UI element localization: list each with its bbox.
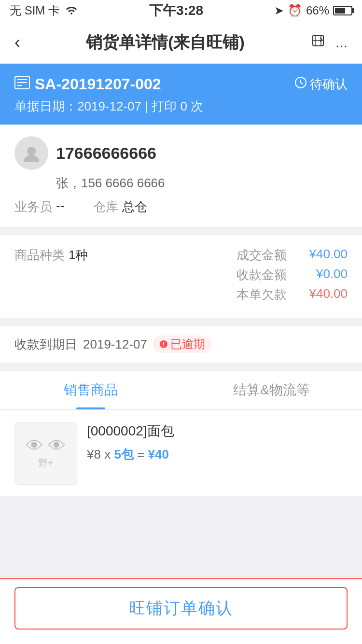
warehouse-label: 仓库 bbox=[93, 198, 118, 215]
due-date-label: 收款到期日 bbox=[14, 336, 77, 353]
customer-meta: 业务员 -- 仓库 总仓 bbox=[14, 198, 348, 215]
summary-section: 商品种类 1种 成交金额 ¥40.00 收款金额 ¥0.00 本单欠款 ¥40.… bbox=[0, 235, 362, 318]
product-info: [0000002]面包 ¥8 x 5包 = ¥40 bbox=[87, 422, 348, 463]
amounts-section: 成交金额 ¥40.00 收款金额 ¥0.00 本单欠款 ¥40.00 bbox=[237, 247, 348, 306]
status-bar: 无 SIM 卡 下午3:28 ➤ ⏰ 66% bbox=[0, 0, 362, 21]
avatar bbox=[14, 136, 48, 170]
tab-sales-goods[interactable]: 销售商品 bbox=[0, 371, 181, 409]
overdue-dot-icon: ! bbox=[160, 340, 167, 348]
nav-bar: ‹ 销货单详情(来自旺铺) ... bbox=[0, 21, 362, 64]
status-left: 无 SIM 卡 bbox=[10, 3, 78, 18]
clock-icon bbox=[294, 76, 307, 92]
warehouse-value: 总仓 bbox=[122, 198, 147, 215]
due-amount-value: ¥40.00 bbox=[294, 286, 348, 303]
product-price: ¥8 bbox=[87, 447, 101, 462]
customer-phone: 17666666666 bbox=[56, 144, 156, 163]
page-title: 销货单详情(来自旺铺) bbox=[86, 31, 245, 54]
order-date: 单据日期：2019-12-07 | 打印 0 次 bbox=[14, 98, 348, 115]
deal-amount-value: ¥40.00 bbox=[294, 247, 348, 264]
customer-name: 张，156 6666 6666 bbox=[56, 175, 348, 192]
order-icon bbox=[14, 75, 30, 93]
product-logo-plus: 野+ bbox=[38, 457, 54, 470]
product-types-value: 1种 bbox=[69, 247, 88, 264]
tabs-section: 销售商品 结算&物流等 bbox=[0, 371, 362, 410]
product-item: 👁 👁 野+ [0000002]面包 ¥8 x 5包 = ¥40 bbox=[14, 422, 348, 485]
collected-amount-row: 收款金额 ¥0.00 bbox=[237, 266, 348, 283]
alarm-icon: ⏰ bbox=[288, 4, 302, 17]
customer-section: 17666666666 张，156 6666 6666 业务员 -- 仓库 总仓 bbox=[0, 125, 362, 227]
product-types-field: 商品种类 1种 bbox=[14, 247, 88, 264]
due-date-section: 收款到期日 2019-12-07 ! 已逾期 bbox=[0, 326, 362, 363]
product-equals-icon: = bbox=[137, 447, 148, 462]
product-quantity: 5包 bbox=[114, 447, 133, 462]
order-status-badge: 待确认 bbox=[294, 76, 348, 93]
order-header: SA-20191207-002 待确认 单据日期：2019-12-07 | 打印… bbox=[0, 64, 362, 125]
products-section: 👁 👁 野+ [0000002]面包 ¥8 x 5包 = ¥40 bbox=[0, 410, 362, 496]
deal-amount-label: 成交金额 bbox=[237, 247, 287, 264]
status-right: ➤ ⏰ 66% bbox=[274, 4, 352, 17]
product-logo-icon: 👁 👁 bbox=[26, 437, 66, 455]
sales-rep-label: 业务员 bbox=[14, 198, 52, 215]
bottom-bar: 旺铺订单确认 bbox=[0, 578, 362, 644]
collected-amount-label: 收款金额 bbox=[237, 266, 287, 283]
location-icon: ➤ bbox=[274, 4, 284, 17]
share-icon[interactable] bbox=[310, 33, 326, 52]
back-button[interactable]: ‹ bbox=[14, 32, 20, 53]
due-date-value: 2019-12-07 bbox=[83, 337, 147, 352]
more-options-icon[interactable]: ... bbox=[335, 34, 348, 51]
overdue-badge: ! 已逾期 bbox=[153, 336, 212, 353]
tab-settlement[interactable]: 结算&物流等 bbox=[181, 371, 362, 409]
order-id: SA-20191207-002 bbox=[14, 75, 161, 93]
sales-rep-value: -- bbox=[56, 198, 64, 215]
wifi-icon bbox=[65, 4, 78, 17]
collected-amount-value: ¥0.00 bbox=[294, 266, 348, 283]
due-amount-row: 本单欠款 ¥40.00 bbox=[237, 286, 348, 303]
warehouse-field: 仓库 总仓 bbox=[93, 198, 147, 215]
deal-amount-row: 成交金额 ¥40.00 bbox=[237, 247, 348, 264]
svg-point-8 bbox=[27, 147, 36, 155]
product-types-label: 商品种类 bbox=[14, 247, 65, 264]
battery-icon bbox=[333, 6, 352, 15]
product-calculation: ¥8 x 5包 = ¥40 bbox=[87, 446, 348, 463]
nav-actions: ... bbox=[310, 33, 348, 52]
due-amount-label: 本单欠款 bbox=[237, 286, 287, 303]
product-name: [0000002]面包 bbox=[87, 422, 348, 440]
battery-percent: 66% bbox=[306, 4, 329, 17]
product-total: ¥40 bbox=[148, 447, 169, 462]
product-image: 👁 👁 野+ bbox=[14, 422, 77, 485]
tabs-row: 销售商品 结算&物流等 bbox=[0, 371, 362, 409]
confirm-order-button[interactable]: 旺铺订单确认 bbox=[14, 587, 348, 630]
carrier-label: 无 SIM 卡 bbox=[10, 3, 60, 18]
svg-line-7 bbox=[301, 83, 303, 84]
product-times-icon: x bbox=[104, 447, 114, 462]
sales-rep-field: 业务员 -- bbox=[14, 198, 64, 215]
overdue-text: 已逾期 bbox=[170, 336, 205, 352]
status-time: 下午3:28 bbox=[149, 1, 203, 20]
